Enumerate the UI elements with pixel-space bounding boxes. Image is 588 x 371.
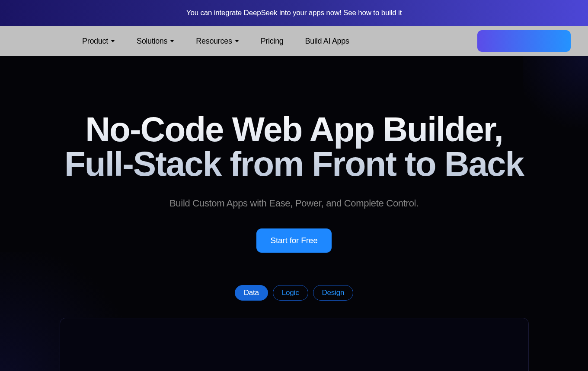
nav-item-build-ai-apps[interactable]: Build AI Apps [305, 37, 349, 46]
nav-label: Build AI Apps [305, 37, 349, 46]
start-for-free-button[interactable]: Start for Free [256, 228, 331, 253]
hero-title: No-Code Web App Builder, Full-Stack from… [17, 112, 571, 181]
announcement-bar: You can integrate DeepSeek into your app… [0, 0, 588, 26]
nav-item-product[interactable]: Product [82, 37, 115, 46]
tab-data[interactable]: Data [235, 285, 268, 301]
preview-panel [60, 318, 529, 371]
nav-label: Pricing [261, 37, 284, 46]
nav-label: Product [82, 37, 108, 46]
nav-label: Resources [196, 37, 232, 46]
hero-title-line-2: Full-Stack from Front to Back [64, 145, 524, 183]
feature-tabs: Data Logic Design [17, 285, 571, 301]
hero-section: No-Code Web App Builder, Full-Stack from… [0, 56, 588, 371]
nav-item-solutions[interactable]: Solutions [137, 37, 174, 46]
nav-item-resources[interactable]: Resources [196, 37, 239, 46]
chevron-down-icon [235, 40, 239, 42]
nav-item-pricing[interactable]: Pricing [261, 37, 284, 46]
chevron-down-icon [170, 40, 174, 42]
nav-items: Product Solutions Resources Pricing Buil… [82, 37, 349, 46]
nav-bar: Product Solutions Resources Pricing Buil… [0, 26, 588, 56]
chevron-down-icon [111, 40, 115, 42]
hero-subtitle: Build Custom Apps with Ease, Power, and … [17, 198, 571, 209]
tab-logic[interactable]: Logic [273, 285, 308, 301]
announcement-link[interactable]: You can integrate DeepSeek into your app… [186, 9, 402, 17]
tab-design[interactable]: Design [313, 285, 354, 301]
hero-title-line-1: No-Code Web App Builder, [85, 110, 502, 149]
nav-label: Solutions [137, 37, 167, 46]
nav-cta-button[interactable] [477, 30, 571, 52]
